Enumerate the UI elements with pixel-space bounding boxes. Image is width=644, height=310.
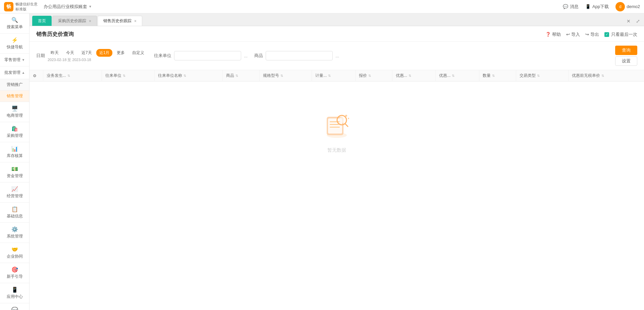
main-layout: 🔍 搜索菜单 ⚡ 快捷导航 零售管理 ▼ 批发管理 ▲ 营销推广 销售管理 🖥️… xyxy=(0,13,644,310)
counterpart-input[interactable] xyxy=(174,51,241,60)
close-icon[interactable]: × xyxy=(134,19,137,23)
workspace-selector[interactable]: 办公用品行业模拟账套 ▼ xyxy=(41,2,95,11)
sidebar-item-basic[interactable]: 📋 基础信息 xyxy=(0,203,29,223)
date-btn-custom[interactable]: 自定义 xyxy=(129,49,147,57)
col-biz-date[interactable]: 业务发生... ⇅ xyxy=(43,70,102,82)
import-btn[interactable]: ↩ 导入 xyxy=(566,32,580,38)
col-counterpart-code[interactable]: 往来单位 ⇅ xyxy=(102,70,154,82)
sidebar-item-search[interactable]: 🔍 搜索菜单 xyxy=(0,13,29,34)
ecommerce-icon: 🖥️ xyxy=(11,105,18,112)
maximize-btn[interactable]: ⤢ xyxy=(635,18,641,24)
col-quote[interactable]: 报价 ⇅ xyxy=(355,70,392,82)
sidebar-item-system[interactable]: ⚙️ 系统管理 xyxy=(0,223,29,243)
col-settings: ⚙ xyxy=(30,70,43,82)
sort-icon: ⇅ xyxy=(537,74,540,78)
col-spec[interactable]: 规格型号 ⇅ xyxy=(259,70,312,82)
sidebar-item-guide[interactable]: 🎯 新手引导 xyxy=(0,263,29,283)
empty-illustration xyxy=(320,108,354,142)
col-counterpart-name[interactable]: 往来单位名称 ⇅ xyxy=(154,70,222,82)
date-btn-more[interactable]: 更多 xyxy=(114,49,128,57)
sort-icon: ⇅ xyxy=(409,74,411,78)
app-download-action[interactable]: 📱 App下载 xyxy=(585,4,609,10)
message-icon: 💬 xyxy=(563,4,568,9)
gear-icon[interactable]: ⚙ xyxy=(33,73,37,78)
date-btn-yesterday[interactable]: 昨天 xyxy=(48,49,62,57)
tab-sales-history[interactable]: 销售历史价跟踪 × xyxy=(98,16,142,26)
sidebar-item-retail[interactable]: 零售管理 ▼ xyxy=(0,54,29,66)
date-btn-7days[interactable]: 近7天 xyxy=(78,49,95,57)
sidebar-item-ecommerce[interactable]: 🖥️ 电商管理 xyxy=(0,102,29,122)
filter-bar: 日期 昨天 今天 近7天 近1月 更多 自定义 2023-02-18 至 202… xyxy=(30,42,644,70)
goods-label: 商品 xyxy=(254,53,263,59)
operation-icon: 📈 xyxy=(11,186,18,192)
close-tab-btn[interactable]: ✕ xyxy=(625,18,632,24)
enterprise-icon: 🤝 xyxy=(11,246,18,253)
col-trade-type[interactable]: 交易类型 ⇅ xyxy=(516,70,568,82)
query-button[interactable]: 查询 xyxy=(615,46,637,55)
sidebar-item-wholesale[interactable]: 批发管理 ▲ xyxy=(0,66,29,79)
search-icon: 🔍 xyxy=(11,17,18,23)
counterpart-label: 往来单位 xyxy=(154,53,171,59)
sidebar-item-purchase[interactable]: 🛍️ 采购管理 xyxy=(0,122,29,142)
checkbox-icon: ✓ xyxy=(604,32,609,37)
page-content: 销售历史价查询 ❓ 帮助 ↩ 导入 ↪ 导出 ✓ xyxy=(30,26,644,310)
sidebar-item-finance[interactable]: 💵 资金管理 xyxy=(0,162,29,183)
sort-icon: ⇅ xyxy=(368,74,371,78)
header-right: 💬 消息 📱 App下载 d demo2 xyxy=(563,2,640,11)
chevron-down-icon: ▼ xyxy=(89,5,92,8)
quick-icon: ⚡ xyxy=(11,37,18,43)
help-icon: ❓ xyxy=(545,32,551,37)
goods-input[interactable] xyxy=(266,51,333,60)
sidebar: 🔍 搜索菜单 ⚡ 快捷导航 零售管理 ▼ 批发管理 ▲ 营销推广 销售管理 🖥️… xyxy=(0,13,30,310)
tab-purchase-history[interactable]: 采购历史价跟踪 × xyxy=(52,16,97,26)
sort-icon: ⇅ xyxy=(235,74,238,78)
sidebar-item-wechat[interactable]: 💬 企业微信 xyxy=(0,303,29,310)
logo-area: 畅 畅捷信好生意 标准版 xyxy=(4,2,38,11)
tab-home[interactable]: 首页 xyxy=(32,16,52,26)
col-discount1[interactable]: 优惠... ⇅ xyxy=(392,70,435,82)
logo-icon: 畅 xyxy=(4,2,13,11)
date-btn-today[interactable]: 今天 xyxy=(63,49,77,57)
col-goods[interactable]: 商品 ⇅ xyxy=(222,70,259,82)
sort-icon: ⇅ xyxy=(328,74,331,78)
guide-icon: 🎯 xyxy=(11,266,18,273)
help-btn[interactable]: ❓ 帮助 xyxy=(545,32,561,38)
sort-icon: ⇅ xyxy=(280,74,283,78)
sidebar-item-operation[interactable]: 📈 经营管理 xyxy=(0,183,29,203)
export-icon: ↪ xyxy=(585,32,589,37)
page-title-actions: ❓ 帮助 ↩ 导入 ↪ 导出 ✓ 只看最后一次 xyxy=(545,32,637,38)
purchase-icon: 🛍️ xyxy=(11,125,18,132)
col-unit[interactable]: 计量... ⇅ xyxy=(312,70,355,82)
sidebar-item-marketing[interactable]: 营销推广 xyxy=(0,79,29,91)
svg-point-10 xyxy=(348,118,349,119)
date-btn-1month[interactable]: 近1月 xyxy=(96,49,113,57)
export-btn[interactable]: ↪ 导出 xyxy=(585,32,599,38)
page-title-bar: 销售历史价查询 ❓ 帮助 ↩ 导入 ↪ 导出 ✓ xyxy=(30,26,644,42)
col-discount2[interactable]: 优惠... ⇅ xyxy=(436,70,479,82)
sidebar-item-sales[interactable]: 销售管理 xyxy=(0,91,29,102)
sidebar-item-inventory[interactable]: 📊 库存核算 xyxy=(0,142,29,162)
only-last-btn[interactable]: ✓ 只看最后一次 xyxy=(604,32,637,38)
goods-filter-group: 商品 ... xyxy=(254,51,339,60)
settings-button[interactable]: 设置 xyxy=(615,56,637,66)
sidebar-item-apps[interactable]: 📱 应用中心 xyxy=(0,283,29,303)
counterpart-filter-group: 往来单位 ... xyxy=(154,51,248,60)
sidebar-item-enterprise[interactable]: 🤝 企业协同 xyxy=(0,243,29,263)
page-title: 销售历史价查询 xyxy=(36,31,74,38)
sort-icon: ⇅ xyxy=(492,74,495,78)
sidebar-item-quick[interactable]: ⚡ 快捷导航 xyxy=(0,34,29,54)
user-action[interactable]: d demo2 xyxy=(615,2,640,11)
col-price-notax[interactable]: 优惠前无税单价 ⇅ xyxy=(569,70,644,82)
table-header: ⚙ 业务发生... ⇅ 往来单位 xyxy=(30,70,644,82)
col-quantity[interactable]: 数量 ⇅ xyxy=(479,70,516,82)
svg-point-9 xyxy=(345,115,347,117)
avatar: d xyxy=(615,2,625,11)
message-action[interactable]: 💬 消息 xyxy=(563,4,579,10)
import-icon: ↩ xyxy=(566,32,570,37)
close-icon[interactable]: × xyxy=(89,19,91,23)
counterpart-dots: ... xyxy=(244,53,248,58)
wechat-icon: 💬 xyxy=(11,307,18,310)
date-label: 日期 xyxy=(36,53,45,59)
sort-icon: ⇅ xyxy=(123,74,125,78)
empty-state: 暂无数据 xyxy=(30,82,644,180)
